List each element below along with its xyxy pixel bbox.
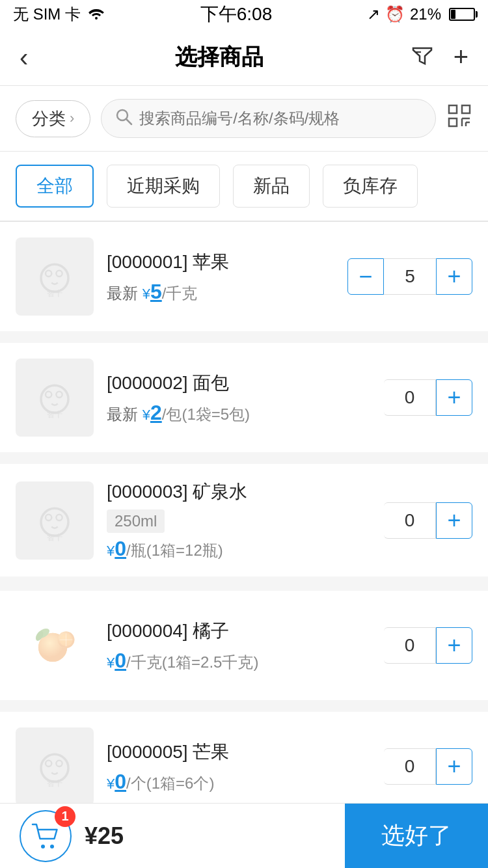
qty-plus-button[interactable]: + — [436, 379, 472, 416]
svg-point-42 — [41, 845, 45, 848]
svg-point-20 — [56, 514, 62, 520]
alarm-icon: ⏰ — [385, 5, 405, 23]
product-name: [0000002] 面包 — [107, 371, 371, 396]
product-price: 最新 ¥2/包(1袋=5包) — [107, 401, 371, 425]
quantity-control: + — [384, 379, 472, 416]
category-chevron-icon: › — [70, 110, 74, 127]
carrier-text: 无 SIM 卡 — [13, 4, 81, 25]
svg-text:智十: 智十 — [47, 410, 62, 418]
add-icon[interactable]: + — [454, 42, 468, 72]
quantity-control: + — [384, 627, 472, 664]
svg-point-10 — [41, 264, 68, 292]
product-info: [0000005] 芒果 ¥0/个(1箱=6个) — [107, 740, 371, 794]
product-spec: 250ml — [107, 509, 165, 533]
svg-text:智十: 智十 — [47, 533, 62, 541]
nav-bar: ‹ 选择商品 + — [0, 29, 488, 86]
product-info: [0000003] 矿泉水 250ml ¥0/瓶(1箱=12瓶) — [107, 480, 371, 561]
product-list: 智十 [0000001] 苹果 最新 ¥5/千克 − + — [0, 222, 488, 868]
nav-left: ‹ — [20, 44, 28, 70]
svg-point-31 — [41, 754, 68, 781]
svg-line-2 — [126, 119, 131, 124]
qty-plus-button[interactable]: + — [436, 627, 472, 664]
battery-text: 21% — [410, 5, 441, 23]
nav-right: + — [411, 42, 468, 72]
tab-bar: 全部 近期采购 新品 负库存 — [0, 152, 488, 222]
list-item: 智十 [0000003] 矿泉水 250ml ¥0/瓶(1箱=12瓶) + — [0, 464, 488, 576]
status-time: 下午6:08 — [200, 2, 273, 27]
list-item: 智十 [0000002] 面包 最新 ¥2/包(1袋=5包) + — [0, 343, 488, 452]
svg-point-14 — [41, 385, 68, 413]
cart-section: 1 ¥25 — [0, 810, 345, 862]
svg-point-18 — [41, 508, 68, 536]
quantity-input[interactable] — [384, 258, 436, 295]
cart-icon-button[interactable]: 1 — [20, 810, 72, 862]
status-carrier: 无 SIM 卡 — [13, 4, 105, 25]
qty-plus-button[interactable]: + — [436, 748, 472, 785]
quantity-input[interactable] — [384, 627, 436, 664]
svg-point-11 — [46, 271, 51, 277]
product-thumb: 智十 — [16, 237, 94, 316]
tab-new[interactable]: 新品 — [233, 165, 310, 208]
battery-icon — [449, 8, 475, 21]
wifi-icon — [87, 5, 105, 23]
quantity-input[interactable] — [384, 379, 436, 416]
list-item: 智十 [0000001] 苹果 最新 ¥5/千克 − + — [0, 222, 488, 331]
qty-plus-button[interactable]: + — [436, 502, 472, 539]
qty-minus-button[interactable]: − — [347, 258, 384, 295]
product-price: ¥0/个(1箱=6个) — [107, 770, 371, 794]
back-button[interactable]: ‹ — [20, 44, 28, 70]
product-thumb: 智十 — [16, 727, 94, 806]
svg-rect-3 — [449, 105, 457, 113]
svg-rect-4 — [449, 118, 457, 126]
svg-text:智十: 智十 — [47, 779, 62, 787]
product-price: ¥0/千克(1箱=2.5千克) — [107, 649, 371, 673]
svg-point-15 — [46, 392, 51, 398]
filter-bar: 分类 › — [0, 86, 488, 152]
category-button[interactable]: 分类 › — [16, 100, 90, 137]
product-name: [0000004] 橘子 — [107, 619, 371, 644]
quantity-input[interactable] — [384, 748, 436, 785]
quantity-input[interactable] — [384, 502, 436, 539]
svg-point-43 — [50, 845, 54, 848]
product-info: [0000002] 面包 最新 ¥2/包(1袋=5包) — [107, 371, 371, 425]
quantity-control: + — [384, 748, 472, 785]
page-title: 选择商品 — [175, 42, 264, 72]
search-icon — [115, 107, 133, 130]
filter-icon[interactable] — [411, 43, 434, 72]
svg-rect-5 — [462, 105, 470, 113]
confirm-button[interactable]: 选好了 — [345, 804, 488, 869]
product-name: [0000001] 苹果 — [107, 250, 334, 275]
svg-point-19 — [46, 514, 51, 520]
list-item: [0000004] 橘子 ¥0/千克(1箱=2.5千克) + — [0, 591, 488, 700]
product-price: 最新 ¥5/千克 — [107, 280, 334, 304]
status-bar: 无 SIM 卡 下午6:08 ↗ ⏰ 21% — [0, 0, 488, 29]
location-icon: ↗ — [367, 5, 380, 23]
product-price: ¥0/瓶(1箱=12瓶) — [107, 537, 371, 561]
quantity-control: + — [384, 502, 472, 539]
status-indicators: ↗ ⏰ 21% — [367, 5, 475, 23]
cart-badge: 1 — [55, 806, 75, 827]
product-thumb — [16, 606, 94, 685]
svg-point-16 — [56, 392, 62, 398]
tab-negative[interactable]: 负库存 — [323, 165, 418, 208]
tab-all[interactable]: 全部 — [16, 165, 94, 208]
svg-text:智十: 智十 — [47, 289, 62, 297]
search-input[interactable] — [139, 109, 422, 128]
product-thumb: 智十 — [16, 481, 94, 560]
qty-plus-button[interactable]: + — [436, 258, 472, 295]
category-label: 分类 — [32, 107, 66, 130]
bottom-bar: 1 ¥25 选好了 — [0, 803, 488, 868]
svg-point-12 — [56, 271, 62, 277]
product-info: [0000001] 苹果 最新 ¥5/千克 — [107, 250, 334, 304]
svg-point-33 — [56, 761, 62, 766]
product-name: [0000003] 矿泉水 — [107, 480, 371, 504]
search-box — [101, 99, 436, 138]
quantity-control: − + — [347, 258, 472, 295]
scan-icon[interactable] — [446, 103, 472, 134]
cart-total: ¥25 — [85, 822, 124, 850]
product-name: [0000005] 芒果 — [107, 740, 371, 765]
svg-point-32 — [46, 761, 51, 766]
product-info: [0000004] 橘子 ¥0/千克(1箱=2.5千克) — [107, 619, 371, 673]
tab-recent[interactable]: 近期采购 — [107, 165, 220, 208]
product-thumb: 智十 — [16, 359, 94, 437]
